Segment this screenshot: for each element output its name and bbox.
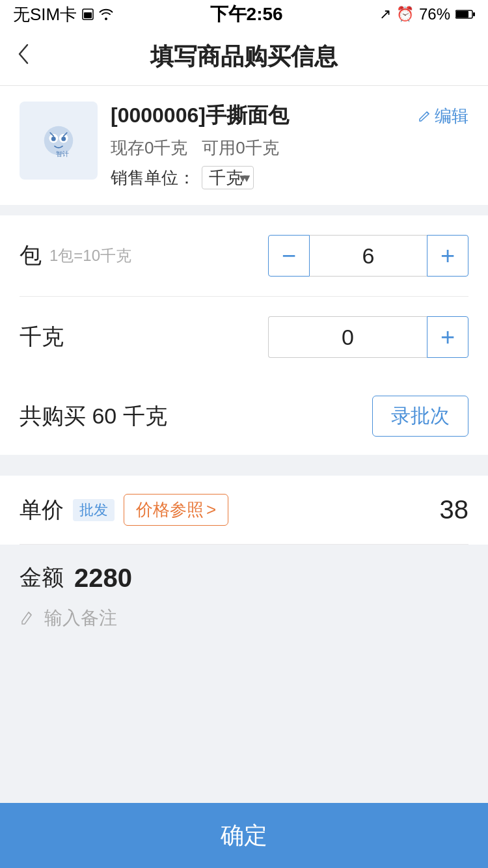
total-row: 共购买 60 千克 录批次 [0, 377, 488, 455]
sim-icon [82, 5, 94, 25]
status-bar: 无SIM卡 下午2:56 ↗ ⏰ 76% [0, 0, 488, 29]
kg-plus-button[interactable]: + [427, 316, 468, 358]
product-thumbnail: 智计 [20, 102, 98, 180]
kg-label-text: 千克 [20, 322, 64, 352]
pencil-icon [20, 607, 38, 630]
price-row: 单价 批发 价格参照 > 38 [20, 494, 468, 545]
svg-rect-4 [473, 12, 475, 16]
package-controls: − + [268, 235, 468, 277]
kg-quantity-input[interactable] [268, 316, 427, 358]
stock-info: 现存0千克 可用0千克 [111, 137, 468, 159]
svg-rect-3 [456, 11, 468, 18]
product-info: [0000006]手撕面包 编辑 现存0千克 可用0千克 销售单位： [111, 102, 468, 189]
carrier-label: 无SIM卡 [13, 3, 77, 26]
status-left: 无SIM卡 [13, 3, 113, 26]
kg-label: 千克 [20, 322, 64, 352]
wifi-icon [99, 5, 113, 25]
total-prefix: 共购买 [20, 403, 86, 428]
package-quantity-input[interactable] [310, 235, 427, 277]
price-value: 38 [440, 495, 469, 524]
location-icon: ↗ [379, 6, 391, 23]
available-label: 可用0千克 [202, 138, 278, 157]
alarm-icon: ⏰ [396, 6, 414, 23]
status-right: ↗ ⏰ 76% [379, 5, 475, 23]
stock-label: 现存0千克 [111, 138, 187, 157]
total-amount: 60 [92, 403, 116, 428]
svg-rect-1 [84, 12, 92, 18]
amount-section: 金额 2280 输入备注 [0, 545, 488, 649]
edit-label: 编辑 [435, 105, 468, 128]
confirm-bar[interactable]: 确定 [0, 803, 488, 868]
unit-label: 销售单位： [111, 167, 195, 189]
amount-row: 金额 2280 [20, 563, 468, 606]
price-reference-button[interactable]: 价格参照 > [124, 494, 228, 526]
amount-value: 2280 [74, 563, 132, 593]
package-hint: 1包=10千克 [49, 245, 131, 266]
svg-text:智计: 智计 [56, 150, 69, 157]
divider-2 [0, 455, 488, 465]
package-input-row: 包 1包=10千克 − + [20, 215, 468, 297]
input-section: 包 1包=10千克 − + 千克 + [0, 215, 488, 377]
remark-placeholder: 输入备注 [44, 606, 117, 631]
total-text: 共购买 60 千克 [20, 401, 167, 431]
package-label: 包 1包=10千克 [20, 241, 131, 271]
price-section: 单价 批发 价格参照 > 38 [0, 476, 488, 545]
product-card: 智计 [0000006]手撕面包 编辑 现存0千克 可用0千克 [0, 86, 488, 205]
content: 智计 [0000006]手撕面包 编辑 现存0千克 可用0千克 [0, 86, 488, 868]
svg-point-9 [61, 137, 66, 141]
amount-label: 金额 [20, 563, 64, 593]
unit-select-wrapper[interactable]: 千克 ▾ [202, 166, 254, 189]
price-ref-label: 价格参照 [136, 498, 204, 521]
package-label-text: 包 [20, 241, 42, 271]
svg-point-8 [51, 137, 56, 141]
battery-icon [455, 5, 475, 23]
price-ref-arrow: > [206, 500, 216, 520]
pifa-badge: 批发 [73, 499, 115, 521]
price-label-text: 单价 [20, 495, 64, 525]
total-unit: 千克 [123, 403, 167, 428]
unit-select[interactable]: 千克 [202, 166, 254, 189]
battery-label: 76% [419, 5, 450, 23]
unit-row: 销售单位： 千克 ▾ [111, 166, 468, 189]
back-button[interactable] [16, 41, 31, 73]
divider-1 [0, 205, 488, 215]
kg-controls: + [268, 316, 468, 358]
remark-row[interactable]: 输入备注 [20, 606, 468, 649]
price-label: 单价 批发 价格参照 > [20, 494, 228, 526]
status-time: 下午2:56 [210, 2, 283, 27]
kg-input-row: 千克 + [20, 297, 468, 377]
edit-button[interactable]: 编辑 [418, 105, 468, 128]
confirm-button[interactable]: 确定 [221, 820, 267, 852]
product-name: [0000006]手撕面包 [111, 102, 289, 130]
batch-button[interactable]: 录批次 [372, 396, 468, 437]
package-minus-button[interactable]: − [268, 235, 310, 277]
package-plus-button[interactable]: + [427, 235, 468, 277]
page-title: 填写商品购买信息 [150, 41, 338, 73]
nav-bar: 填写商品购买信息 [0, 29, 488, 86]
